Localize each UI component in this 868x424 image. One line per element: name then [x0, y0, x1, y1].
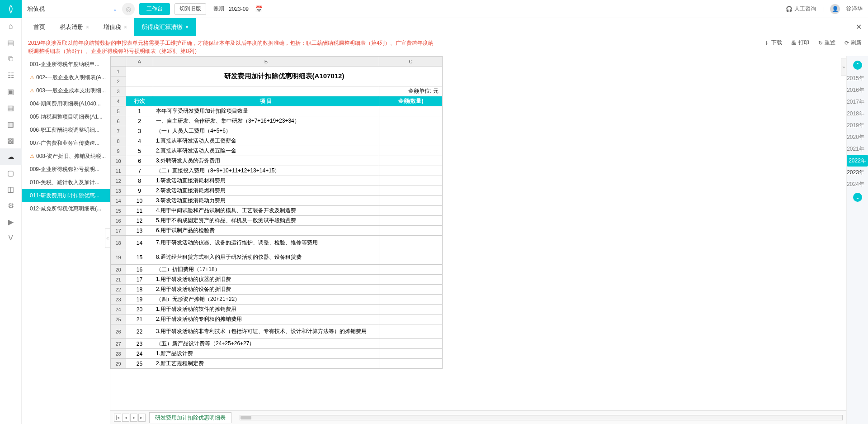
reset-button[interactable]: ↻ 重置 — [818, 39, 835, 47]
row-item: （一）人员人工费用（4+5+6） — [153, 126, 379, 136]
username[interactable]: 徐泽华 — [846, 5, 863, 13]
nav-video-icon[interactable]: ▶ — [0, 214, 22, 230]
year-2023年[interactable]: 2023年 — [847, 167, 868, 178]
amount-cell[interactable] — [379, 236, 443, 250]
form-item-5[interactable]: 006-职工薪酬纳税调整明细... — [22, 124, 110, 137]
close-icon[interactable]: × — [124, 24, 127, 30]
nav-tag-icon[interactable]: ▥ — [0, 116, 22, 132]
nav-doc-icon[interactable]: ▤ — [0, 34, 22, 51]
year-2015年[interactable]: 2015年 — [847, 72, 868, 84]
form-item-7[interactable]: ⚠008-资产折旧、摊销及纳税... — [22, 150, 110, 163]
amount-cell[interactable] — [379, 216, 443, 226]
year-2024年[interactable]: 2024年 — [847, 178, 868, 190]
amount-cell[interactable] — [379, 206, 443, 216]
switch-old-button[interactable]: 切到旧版 — [175, 3, 206, 15]
amount-cell[interactable] — [379, 166, 443, 176]
sheet-nav-last[interactable]: ▸| — [138, 414, 146, 422]
form-item-8[interactable]: 009-企业所得税弥补亏损明... — [22, 163, 110, 176]
download-button[interactable]: ⭳ 下载 — [764, 39, 782, 47]
tab-1[interactable]: 税表清册× — [52, 18, 96, 36]
spreadsheet[interactable]: ABC1研发费用加计扣除优惠明细表(A107012)23金额单位: 元4行次项 … — [110, 56, 846, 410]
nav-clipboard-icon[interactable]: ▣ — [0, 83, 22, 100]
year-2021年[interactable]: 2021年 — [847, 143, 868, 155]
amount-cell[interactable] — [379, 226, 443, 236]
form-item-2[interactable]: ⚠003-一般企业成本支出明细... — [22, 84, 110, 97]
nav-tax-icon[interactable]: ☁ — [0, 148, 22, 165]
form-item-4[interactable]: 005-纳税调整项目明细表(A1... — [22, 110, 110, 124]
calendar-icon[interactable]: 📅 — [255, 5, 263, 13]
amount-cell[interactable] — [379, 250, 443, 265]
amount-cell[interactable] — [379, 196, 443, 206]
form-item-3[interactable]: 004-期间费用明细表(A1040... — [22, 97, 110, 110]
tab-2[interactable]: 增值税× — [96, 18, 134, 36]
nav-inbox-icon[interactable]: ◫ — [0, 181, 22, 197]
form-item-6[interactable]: 007-广告费和业务宣传费跨... — [22, 137, 110, 150]
amount-cell[interactable] — [379, 176, 443, 186]
tab-0[interactable]: 首页 — [26, 18, 52, 36]
amount-cell[interactable] — [379, 156, 443, 166]
period-value[interactable]: 2023-09 — [229, 6, 249, 12]
close-all-tabs-icon[interactable]: ✕ — [856, 23, 862, 31]
amount-cell[interactable] — [379, 349, 443, 359]
year-scroll-up[interactable]: ⌃ — [853, 61, 862, 70]
nav-home-icon[interactable]: ⌂ — [0, 18, 22, 34]
sheet-nav-prev[interactable]: ◂ — [122, 414, 129, 422]
amount-cell[interactable] — [379, 186, 443, 196]
amount-cell[interactable] — [379, 116, 443, 126]
close-icon[interactable]: × — [185, 24, 189, 30]
row-item: 3.用于研发活动的非专利技术（包括许可证、专有技术、设计和计算方法等）的摊销费用 — [153, 324, 379, 339]
doc-icon[interactable]: ◎ — [122, 3, 135, 15]
year-2019年[interactable]: 2019年 — [847, 119, 868, 131]
headset-icon: 🎧 — [786, 6, 793, 12]
amount-cell[interactable] — [379, 106, 443, 116]
amount-cell[interactable] — [379, 126, 443, 136]
year-scroll-down[interactable]: ⌄ — [853, 193, 862, 202]
form-item-10[interactable]: 011-研发费用加计扣除优惠... — [22, 189, 110, 202]
nav-settings-icon[interactable]: ⚙ — [0, 197, 22, 214]
form-item-9[interactable]: 010-免税、减计收入及加计... — [22, 176, 110, 189]
row-item: 1.用于研发活动的软件的摊销费用 — [153, 305, 379, 314]
amount-cell[interactable] — [379, 295, 443, 305]
sheet-nav-next[interactable]: ▸ — [130, 414, 137, 422]
amount-cell[interactable] — [379, 285, 443, 295]
avatar[interactable]: 👤 — [830, 4, 840, 14]
amount-cell[interactable] — [379, 265, 443, 275]
horizontal-scrollbar[interactable] — [240, 414, 843, 421]
nav-archive-icon[interactable]: ▢ — [0, 165, 22, 181]
workbench-button[interactable]: 工作台 — [139, 3, 170, 15]
tax-type-selector[interactable]: 增值税 ⌄ — [27, 5, 118, 13]
year-2016年[interactable]: 2016年 — [847, 84, 868, 96]
nav-dashboard-icon[interactable]: ▩ — [0, 132, 22, 148]
sheet-nav-first[interactable]: |◂ — [114, 414, 121, 422]
close-icon[interactable]: × — [86, 24, 89, 30]
row-item: 1.直接从事研发活动人员工资薪金 — [153, 136, 379, 146]
warning-icon: ⚠ — [30, 153, 34, 159]
amount-cell[interactable] — [379, 146, 443, 156]
year-2020年[interactable]: 2020年 — [847, 131, 868, 143]
year-2022年[interactable]: 2022年 — [847, 155, 868, 167]
amount-cell[interactable] — [379, 305, 443, 314]
tab-3[interactable]: 所得税汇算清缴× — [134, 18, 196, 36]
form-item-1[interactable]: ⚠002-一般企业收入明细表(A... — [22, 71, 110, 84]
amount-cell[interactable] — [379, 314, 443, 324]
year-rail: ⌃ 2015年2016年2017年2018年2019年2020年2021年202… — [846, 56, 868, 424]
nav-report-icon[interactable]: ▦ — [0, 100, 22, 116]
consult-link[interactable]: 🎧人工咨询 — [786, 5, 816, 13]
amount-cell[interactable] — [379, 136, 443, 146]
amount-cell[interactable] — [379, 324, 443, 339]
collapse-sidebar-handle[interactable]: « — [105, 228, 110, 248]
amount-cell[interactable] — [379, 339, 443, 349]
sheet-tab[interactable]: 研发费用加计扣除优惠明细表 — [149, 412, 231, 423]
refresh-button[interactable]: ⟳ 刷新 — [844, 39, 862, 47]
nav-chart-icon[interactable]: ⧉ — [0, 51, 22, 67]
amount-cell[interactable] — [379, 359, 443, 369]
print-button[interactable]: 🖶 打印 — [791, 39, 809, 47]
form-item-0[interactable]: 001-企业所得税年度纳税申... — [22, 58, 110, 71]
year-2017年[interactable]: 2017年 — [847, 96, 868, 108]
nav-money-icon[interactable]: ☷ — [0, 67, 22, 83]
year-2018年[interactable]: 2018年 — [847, 108, 868, 119]
form-item-11[interactable]: 012-减免所得税优惠明细表(... — [22, 202, 110, 215]
nav-v-icon[interactable]: V — [0, 230, 22, 246]
expand-right-handle[interactable]: » — [841, 58, 846, 76]
amount-cell[interactable] — [379, 275, 443, 285]
